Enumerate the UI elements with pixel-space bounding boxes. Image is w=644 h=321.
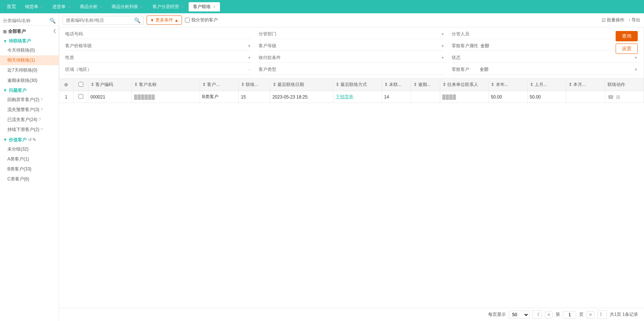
sidebar-search-icon[interactable]: 🔍 [49,18,56,24]
nav-tab-sales[interactable]: 销货单× [21,2,47,11]
table-area: ⚙ ⇕ 客户编码 ⇕ 客户名称 ⇕ 客户... ⇕ 联络... ⇕ 最后联络日期… [59,79,644,308]
filter-retail-attr: 零散客户属性 全部 ▼ [452,43,638,51]
phone-input[interactable] [93,32,251,37]
search-icon[interactable]: 🔍 [134,17,140,23]
export-btn[interactable]: ↑ 导出 [628,17,640,23]
filter-region-value[interactable]: ··· [94,67,251,72]
layout: 🔍 ⊞ 全部客户 《 ▼ 待联络客户 今天待联络(0) 明天待联络(1) 近7天… [0,13,644,321]
sidebar-item-churn-warning[interactable]: 流失预警客户(3) ? [0,105,59,115]
nav-tab-customer-contact[interactable]: 客户联络× [189,2,220,11]
sidebar-item-tomorrow[interactable]: 明天待联络(1) [0,55,59,65]
filter-manager-value[interactable]: ··· [480,32,638,37]
sort-icon-11: ⇕ [530,82,533,87]
refresh-icon[interactable]: ↺ [28,137,32,142]
sidebar-item-declining[interactable]: 持续下滑客户(2) ? [0,125,59,135]
row-checkbox-cell[interactable] [74,91,88,103]
action-contact-icon[interactable]: ☎ [608,94,614,100]
next-page-btn[interactable]: > [587,311,594,318]
sidebar-item-7days[interactable]: 近7天待联络(0) [0,65,59,75]
select-all-checkbox[interactable] [78,82,83,87]
filter-phone-value[interactable] [93,32,251,37]
filter-nature-label: 性质 [65,55,91,61]
sort-icon-9: ⇕ [442,82,446,87]
col-contact-count: ⇕ 联络... [238,79,270,91]
filter-retail-attr-label: 零散客户属性 [452,43,478,49]
more-filter-btn[interactable]: ▼ 更多条件 ▲ [147,15,182,25]
filter-customer-type-value[interactable] [287,67,445,72]
col-checkbox[interactable] [74,79,88,91]
sidebar-item-b-class[interactable]: B类客户(33) [0,164,59,174]
row-no: 1 [59,91,74,103]
row-name[interactable]: ██████ [132,91,200,103]
sidebar-item-abnormal[interactable]: 回购异常客户(2) ? [0,95,59,105]
last-method-link[interactable]: 下销货单 [336,94,353,99]
reset-button[interactable]: 设置 [616,44,638,54]
group-title-value[interactable]: ▼ 价值客户 ↺ ✎ [0,135,59,144]
first-page-btn[interactable]: 《 [532,310,542,319]
col-year: ⇕ 本年... [489,79,527,91]
retail-customer-dropdown-icon: ▼ [634,68,638,72]
customer-type-input[interactable] [287,67,445,72]
prev-page-btn[interactable]: < [545,311,553,318]
nav-tab-purchase[interactable]: 进货单× [48,2,74,11]
filter-retail-attr-value[interactable]: 全部 ▼ [480,43,638,49]
row-last-month: 50.00 [527,91,566,103]
sidebar-item-c-class[interactable]: C类客户(6) [0,174,59,184]
sidebar: 🔍 ⊞ 全部客户 《 ▼ 待联络客户 今天待联络(0) 明天待联络(1) 近7天… [0,13,59,321]
action-grid-icon[interactable]: ⊞ [616,94,620,100]
filter-payment-value[interactable]: ▼ [287,56,445,60]
sidebar-item-churned[interactable]: 已流失客户(24) ? [0,115,59,125]
filter-customer-type-label: 客户类型 [259,66,284,73]
row-checkbox[interactable] [78,94,83,99]
all-customers-title[interactable]: ⊞ 全部客户 《 [0,27,59,36]
sidebar-search-input[interactable] [3,18,49,23]
filter-retail-customer-value[interactable]: 全部 ▼ [480,66,638,73]
search-input[interactable] [66,18,133,23]
region-dots-icon: ··· [248,67,251,72]
filter-payment-label: 收付款条件 [259,55,284,61]
col-settings[interactable]: ⚙ [59,79,74,91]
filter-customer-level-value[interactable]: ▼ [287,44,445,48]
query-button[interactable]: 查询 [616,31,638,41]
my-customers-checkbox[interactable] [185,18,190,23]
last-page-btn[interactable]: 》 [597,310,607,319]
sidebar-item-overdue[interactable]: 逾期未联络(30) [0,76,59,86]
filter-manager: 分管人员 ··· [452,31,638,39]
filter-price-level-value[interactable]: ▼ [94,44,251,48]
sidebar-search-area: 🔍 [0,16,59,25]
sidebar-item-today[interactable]: 今天待联络(0) [0,45,59,55]
col-action: 联络动作 [605,79,644,91]
batch-btn[interactable]: ☑ 批量操作 [602,17,624,23]
page-input[interactable] [563,311,576,318]
filter-dept-value[interactable]: ▼ [287,32,445,36]
filter-retail-customer: 零散客户 全部 ▼ [452,66,638,75]
nav-tab-customer-tier[interactable]: 客户分层经营× [148,2,188,11]
filter-nature: 性质 ▼ [65,55,251,63]
group-title-problem[interactable]: ▼ 问题客户 [0,86,59,95]
my-customers-checkbox-area: 我分管的客户 [185,17,218,23]
filter-price-level-label: 客户价格等级 [65,43,92,49]
edit-icon[interactable]: ✎ [32,137,36,142]
collapse-sidebar-btn[interactable]: 《 [51,28,56,35]
row-type: B类客户 [200,91,238,103]
nav-home[interactable]: 首页 [3,2,20,11]
filter-customer-level-label: 客户等级 [259,43,284,49]
row-last-method[interactable]: 下销货单 [333,91,382,103]
filter-region: 区域（地区） ··· [65,66,251,75]
nav-tab-analysis[interactable]: 商品分析× [76,2,106,11]
filter-actions: 查询 设置 [616,31,638,54]
page-size-select[interactable]: 50 [509,311,529,319]
filter-manager-label: 分管人员 [452,31,477,37]
sidebar-item-a-class[interactable]: A类客户(1) [0,154,59,164]
filter-dept: 分管部门 ▼ [259,31,445,39]
status-dropdown-icon: ▼ [634,56,638,60]
col-type: ⇕ 客户... [200,79,238,91]
nav-tab-analysis-list[interactable]: 商品分析列表× [107,2,147,11]
sort-icon-7: ⇕ [384,82,388,87]
col-last-date: ⇕ 最后联络日期 [270,79,333,91]
group-title-pending[interactable]: ▼ 待联络客户 [0,36,59,45]
filter-status-value[interactable]: ▼ [480,56,638,60]
sort-icon-4: ⇕ [241,82,245,87]
sidebar-item-ungroup[interactable]: 未分组(32) [0,144,59,154]
filter-nature-value[interactable]: ▼ [93,56,251,60]
